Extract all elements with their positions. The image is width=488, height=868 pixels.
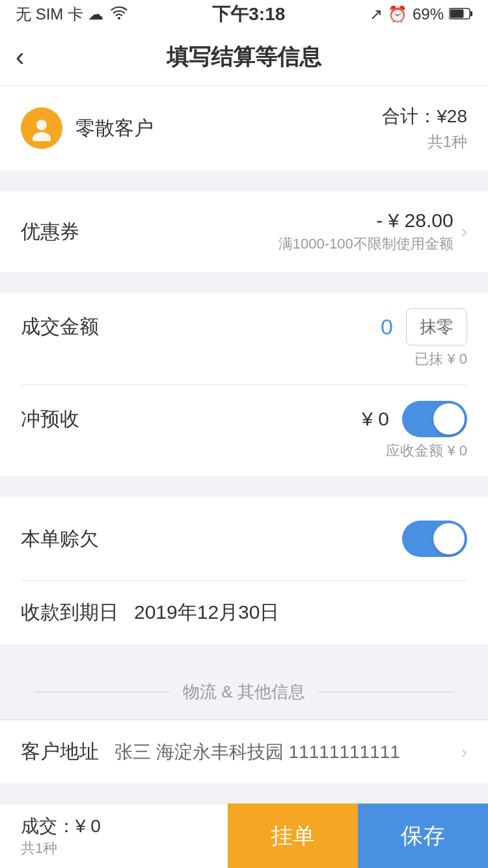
hold-button[interactable]: 挂单 <box>228 804 358 869</box>
svg-point-3 <box>36 120 47 130</box>
avatar <box>21 107 62 149</box>
page-title: 填写结算等信息 <box>167 42 321 72</box>
coupon-row[interactable]: 优惠券 - ¥ 28.00 满1000-100不限制使用金额 › <box>0 191 488 272</box>
bottom-deal-label: 成交： <box>21 816 75 836</box>
svg-rect-2 <box>470 11 472 16</box>
bottom-deal-value: ¥ 0 <box>75 816 101 836</box>
logistics-title: 物流 & 其他信息 <box>183 681 305 703</box>
alarm-icon: ⏰ <box>388 5 407 23</box>
debt-row: 本单赊欠 <box>0 497 488 580</box>
debt-toggle-knob <box>433 523 465 554</box>
prepay-sub-line: 应收金额 ¥ 0 <box>21 441 467 461</box>
deal-label: 成交金额 <box>21 314 99 340</box>
bottom-count: 共1种 <box>21 839 207 858</box>
prepay-label: 冲预收 <box>21 406 79 433</box>
prepay-receivable: 应收金额 ¥ 0 <box>386 441 467 461</box>
status-left: 无 SIM 卡 ☁ <box>16 4 128 25</box>
deal-amount-input[interactable] <box>341 314 393 340</box>
section-divider-1 <box>0 181 488 191</box>
coupon-amount: - ¥ 28.00 <box>278 210 454 232</box>
customer-left: 零散客户 <box>21 107 154 149</box>
coupon-right: - ¥ 28.00 满1000-100不限制使用金额 › <box>278 210 467 254</box>
status-right: ↗ ⏰ 69% <box>370 5 472 23</box>
svg-point-4 <box>33 132 51 141</box>
save-button[interactable]: 保存 <box>358 804 488 869</box>
section-divider-3 <box>0 487 488 497</box>
address-label: 客户地址 <box>21 739 99 765</box>
deal-sub-text: 已抹 ¥ 0 <box>414 349 467 369</box>
customer-total: 合计：¥28 共1种 <box>382 104 467 152</box>
customer-row: 零散客户 合计：¥28 共1种 <box>0 86 488 170</box>
prepay-amount: ¥ 0 <box>362 408 389 430</box>
due-date-label: 收款到期日 <box>21 599 118 626</box>
back-button[interactable]: ‹ <box>16 42 24 72</box>
coupon-section: 优惠券 - ¥ 28.00 满1000-100不限制使用金额 › <box>0 191 488 272</box>
location-icon: ↗ <box>370 5 383 23</box>
debt-toggle[interactable] <box>402 521 467 557</box>
prepay-row: 冲预收 ¥ 0 应收金额 ¥ 0 <box>0 385 488 476</box>
status-time: 下午3:18 <box>212 2 285 27</box>
address-row[interactable]: 客户地址 张三 海淀永丰科技园 11111111111 › <box>0 720 488 783</box>
battery-text: 69% <box>413 5 444 23</box>
section-divider-4 <box>0 655 488 665</box>
customer-name: 零散客户 <box>75 115 154 142</box>
deal-sub-line: 已抹 ¥ 0 <box>21 349 467 369</box>
debt-label: 本单赊欠 <box>21 526 99 552</box>
status-bar: 无 SIM 卡 ☁ 下午3:18 ↗ ⏰ 69% <box>0 0 488 29</box>
deal-right: 抹零 <box>341 308 467 346</box>
prepay-right: ¥ 0 <box>362 401 467 437</box>
no-sim-text: 无 SIM 卡 ☁ <box>16 4 103 25</box>
toggle-knob <box>433 403 465 435</box>
total-amount: 合计：¥28 <box>382 104 467 129</box>
bottom-info: 成交：¥ 0 共1种 <box>0 814 228 858</box>
customer-section: 零散客户 合计：¥28 共1种 <box>0 86 488 170</box>
svg-rect-1 <box>450 10 463 18</box>
wifi-icon <box>110 5 128 23</box>
prepay-main-line: 冲预收 ¥ 0 <box>21 401 467 437</box>
battery-icon <box>449 5 472 23</box>
deal-row: 成交金额 抹零 已抹 ¥ 0 <box>0 293 488 385</box>
coupon-label: 优惠券 <box>21 219 79 245</box>
section-divider-2 <box>0 282 488 293</box>
deal-section: 成交金额 抹零 已抹 ¥ 0 冲预收 ¥ 0 应收金额 ¥ 0 <box>0 293 488 476</box>
bottom-deal-text: 成交：¥ 0 <box>21 814 207 839</box>
address-section: 客户地址 张三 海淀永丰科技园 11111111111 › <box>0 720 488 783</box>
address-value: 张三 海淀永丰科技园 11111111111 <box>115 740 461 765</box>
prepay-toggle[interactable] <box>402 401 467 437</box>
chevron-right-icon: › <box>461 221 467 242</box>
coupon-desc: 满1000-100不限制使用金额 <box>278 234 454 254</box>
due-date-row: 收款到期日 2019年12月30日 <box>0 581 488 644</box>
address-chevron-icon: › <box>461 742 467 763</box>
due-date-value: 2019年12月30日 <box>134 599 279 626</box>
debt-section: 本单赊欠 收款到期日 2019年12月30日 <box>0 497 488 644</box>
bottom-bar: 成交：¥ 0 共1种 挂单 保存 <box>0 803 488 868</box>
total-count: 共1种 <box>382 131 467 152</box>
rounding-button[interactable]: 抹零 <box>406 308 467 346</box>
deal-main-line: 成交金额 抹零 <box>21 308 467 346</box>
logistics-header: 物流 & 其他信息 <box>0 665 488 719</box>
coupon-discount: - ¥ 28.00 满1000-100不限制使用金额 <box>278 210 454 254</box>
nav-bar: ‹ 填写结算等信息 <box>0 29 488 86</box>
